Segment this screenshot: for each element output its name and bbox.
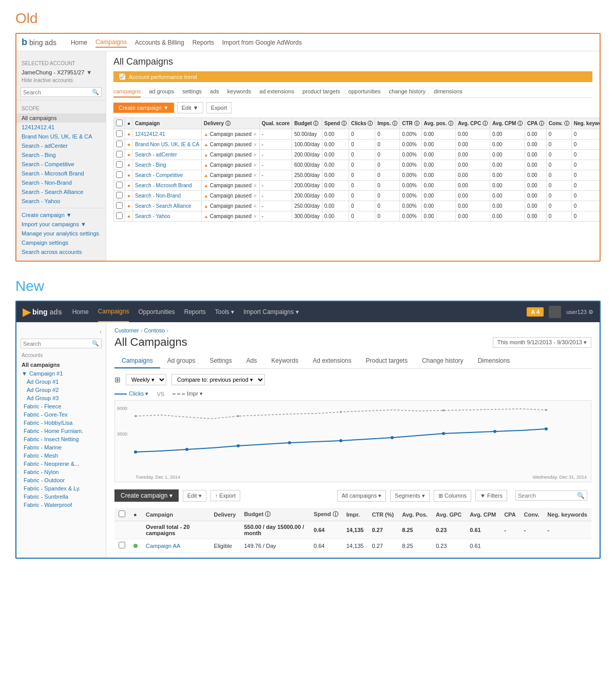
new-th-check[interactable] [114,508,129,521]
old-select-all[interactable] [116,120,123,126]
old-row3-check[interactable] [114,160,125,170]
new-fabric-3[interactable]: Fabric - Home Furniam. [16,427,106,435]
notifications-icon[interactable] [549,306,561,318]
new-tab-0[interactable]: Campaigns [114,354,160,368]
breadcrumb-contoso[interactable]: Contoso [144,327,165,333]
new-nav-home[interactable]: Home [72,302,89,322]
old-tab-5[interactable]: ad extensions [259,86,294,97]
old-nav-billing[interactable]: Accounts & Billing [135,38,184,47]
old-th-avgcpm[interactable]: Avg. CPM ⓘ [490,118,525,129]
new-tab-1[interactable]: Ad groups [160,354,203,368]
old-th-ctr[interactable]: CTR ⓘ [400,118,421,129]
old-tab-3[interactable]: ads [210,86,219,97]
old-th-neg[interactable]: Neg. keywords ⓘ [571,118,600,129]
new-nav-reports[interactable]: Reports [184,302,206,322]
row0-check[interactable] [114,539,129,553]
new-fabric-5[interactable]: Fabric - Marine [16,443,106,451]
old-sidebar-campaign-3[interactable]: Search - Bing [16,150,106,160]
old-edit-btn[interactable]: Edit ▼ [177,102,203,113]
new-fabric-8[interactable]: Fabric - Nylon [16,468,106,476]
new-table-search-input[interactable] [518,493,577,499]
old-create-campaign-btn[interactable]: Create campaign ▼ [113,103,174,113]
old-sidebar-campaign-5[interactable]: Search - Microsoft Brand [16,169,106,178]
new-export-btn[interactable]: ↑ Export [210,490,240,501]
old-tool-search-accounts[interactable]: Search across accounts [16,247,106,257]
new-tab-8[interactable]: Dimensions [471,354,517,368]
old-th-check[interactable] [114,118,125,129]
old-tool-import[interactable]: Import your campaigns ▼ [16,220,106,229]
new-tab-3[interactable]: Ads [239,354,264,368]
old-row5-campaign-link[interactable]: Search - Microsoft Brand [135,183,192,188]
all-campaigns-filter-btn[interactable]: All campaigns ▾ [337,490,387,502]
old-sidebar-campaign-0[interactable]: 12412412.41 [16,123,106,132]
old-row8-campaign-link[interactable]: Search - Yahoo [135,213,170,219]
old-tab-0[interactable]: campaigns [113,86,141,97]
old-th-campaign[interactable]: Campaign [133,118,202,129]
new-fabric-10[interactable]: Fabric - Spandex & Ly. [16,484,106,493]
old-row6-checkbox[interactable] [116,192,123,199]
new-campaign1[interactable]: ▼ Campaign #1 [16,369,106,378]
old-th-spend[interactable]: Spend ⓘ [322,118,349,129]
new-th-budget[interactable]: Budget ⓘ [240,508,310,521]
old-row4-check[interactable] [114,170,125,181]
new-tab-4[interactable]: Keywords [264,354,305,368]
old-row8-checkbox[interactable] [116,212,123,219]
new-tab-6[interactable]: Product targets [359,354,415,368]
alert-badge[interactable]: A 4 [527,307,544,317]
old-th-delivery[interactable]: Delivery ⓘ [202,118,260,129]
new-th-avggpc[interactable]: Avg. GPC [432,508,466,521]
new-th-spend[interactable]: Spend ⓘ [310,508,342,521]
old-sidebar-campaign-6[interactable]: Search - Non-Brand [16,178,106,187]
new-fabric-11[interactable]: Fabric - Sunbrella [16,493,106,501]
old-sidebar-campaign-8[interactable]: Search - Yahoo [16,196,106,206]
old-hide-inactive[interactable]: Hide inactive accounts [16,76,106,84]
old-sidebar-campaign-4[interactable]: Search - Competitive [16,160,106,169]
old-th-conv[interactable]: Conv. ⓘ [546,118,571,129]
legend-impr-label[interactable]: Impr ▾ [187,390,203,397]
old-row7-checkbox[interactable] [116,202,123,209]
new-th-cpa[interactable]: CPA [500,508,519,521]
old-sidebar-campaign-2[interactable]: Search - adCenter [16,141,106,150]
new-fabric-12[interactable]: Fabric - Waterproof [16,501,106,509]
old-row3-checkbox[interactable] [116,161,123,168]
new-fabric-0[interactable]: Fabric - Fleece [16,402,106,410]
new-nav-tools[interactable]: Tools ▾ [215,302,234,322]
old-row2-checkbox[interactable] [116,151,123,158]
new-adgroup-2[interactable]: Ad Group #3 [16,394,106,402]
compare-select[interactable]: Compare to: previous period ▾ [171,374,265,385]
old-row1-campaign-link[interactable]: Brand Non US, UK, IE & CA [135,142,199,147]
old-row0-checkbox[interactable] [116,130,123,137]
new-th-ctr[interactable]: CTR (%) [368,508,398,521]
old-export-btn[interactable]: Export [206,102,232,113]
new-fabric-6[interactable]: Fabric - Mesh [16,451,106,460]
row0-campaign-link[interactable]: Campaign AA [146,543,180,549]
old-row7-check[interactable] [114,201,125,211]
old-row0-campaign-link[interactable]: 12412412.41 [135,131,165,137]
old-tab-9[interactable]: dimensions [434,86,463,97]
new-th-avgcpm[interactable]: Avg. CPM [466,508,500,521]
old-th-clicks[interactable]: Clicks ⓘ [349,118,375,129]
old-nav-reports[interactable]: Reports [192,38,214,47]
old-row4-checkbox[interactable] [116,171,123,178]
new-fabric-4[interactable]: Fabric - Insect Netting [16,435,106,443]
new-select-all[interactable] [119,510,125,517]
new-adgroup-1[interactable]: Ad Group #2 [16,386,106,394]
new-th-delivery[interactable]: Delivery [210,508,240,521]
old-tab-6[interactable]: product targets [302,86,340,97]
new-nav-import[interactable]: Import Campaigns ▾ [243,302,298,322]
old-th-avgcpc[interactable]: Avg. CPC ⓘ [456,118,490,129]
row0-checkbox[interactable] [119,542,125,548]
old-row1-check[interactable] [114,140,125,150]
old-row6-check[interactable] [114,191,125,201]
new-tab-2[interactable]: Settings [202,354,239,368]
old-nav-campaigns[interactable]: Campaigns [95,37,127,48]
new-create-campaign-btn[interactable]: Create campaign ▾ [114,489,179,502]
new-fabric-1[interactable]: Fabric - Gore-Tex [16,410,106,419]
segments-btn[interactable]: Segments ▾ [390,490,430,502]
columns-btn[interactable]: ⊞ Columns [434,490,471,502]
filters-btn[interactable]: ▼ Filters [475,490,507,501]
old-nav-home[interactable]: Home [71,38,87,47]
new-all-campaigns[interactable]: All campaigns [16,360,106,369]
old-row5-check[interactable] [114,181,125,191]
old-tab-1[interactable]: ad groups [149,86,174,97]
